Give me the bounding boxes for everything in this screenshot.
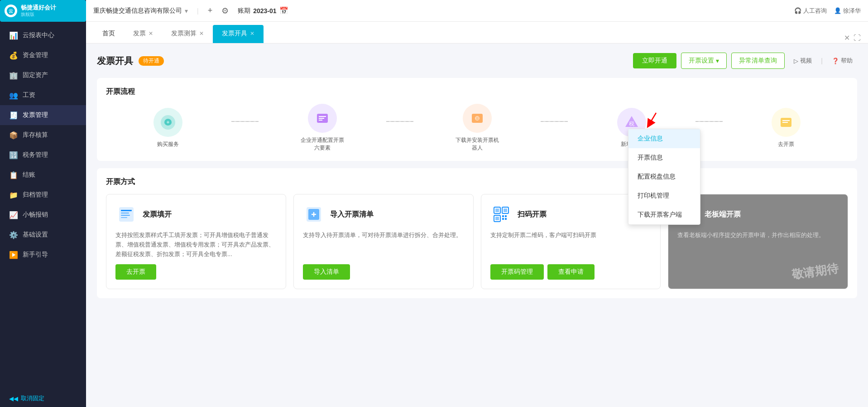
abnormal-btn[interactable]: 异常清单查询	[731, 53, 785, 69]
company-selector[interactable]: 重庆畅捷交通信息咨询有限公司 ▾	[93, 7, 188, 15]
method-cards: 发票填开 支持按照发票样式手工填开发票；可开具增值税电子普通发票、增值税普通发票…	[106, 194, 848, 289]
dropdown-item-2[interactable]: 配置税盘信息	[628, 167, 700, 186]
dropdown-menu[interactable]: 企业信息 开票信息 配置税盘信息 打印机管理 下载开票客户端	[628, 129, 700, 225]
video-label: 视频	[800, 57, 812, 65]
building-icon: 🏢	[9, 71, 18, 80]
sidebar-item-kucun[interactable]: 📦 库存核算	[0, 125, 86, 145]
connector-3	[539, 121, 570, 122]
content-area: 首页 发票 ✕ 发票测算 ✕ 发票开具 ✕ ✕ ⛶	[86, 22, 868, 407]
tab-fapiaocesuan-label: 发票测算	[171, 29, 197, 38]
user-name: 徐泽华	[843, 7, 861, 15]
activate-btn[interactable]: 立即开通	[633, 53, 676, 68]
method-title-2: 扫码开票	[518, 210, 547, 219]
method-title-0: 发票填开	[143, 210, 172, 219]
header-actions: 立即开通 开票设置 ▾ 异常清单查询 ▷ 视频 | ❓	[633, 53, 857, 69]
report-icon: 📈	[9, 210, 18, 219]
step-3-icon: ≡	[463, 104, 492, 133]
page-header: 发票开具 待开通 立即开通 开票设置 ▾ 异常清单查询 ▷ 视频	[97, 53, 857, 69]
sidebar-item-shuiwu[interactable]: 🔢 税务管理	[0, 145, 86, 165]
tab-fapiaokaju[interactable]: 发票开具 ✕	[213, 25, 264, 43]
method-btn-1[interactable]: 导入清单	[303, 264, 350, 280]
user-btn[interactable]: 👤 徐泽华	[834, 7, 861, 15]
help-circle-icon: ❓	[832, 58, 839, 64]
tab-fapiao-label: 发票	[133, 29, 146, 38]
sidebar-label-9: 小畅报销	[23, 211, 48, 219]
sidebar-item-jichushezhi[interactable]: ⚙️ 基础设置	[0, 225, 86, 245]
method-header-3: 老板端开票	[677, 204, 839, 225]
archive-icon: 📁	[9, 190, 18, 199]
step-2-label: 企业开通配置开票六要素	[300, 136, 345, 152]
sidebar-item-xinshou[interactable]: ▶️ 新手引导	[0, 245, 86, 265]
sidebar-item-gudingzichan[interactable]: 🏢 固定资产	[0, 65, 86, 85]
dropdown-item-1[interactable]: 开票信息	[628, 148, 700, 167]
svg-rect-30	[505, 215, 507, 217]
sidebar-item-guidang[interactable]: 📁 归档管理	[0, 185, 86, 205]
tab-fapiaocesuan[interactable]: 发票测算 ✕	[162, 25, 213, 43]
pin-icon: ◀◀	[9, 395, 18, 402]
step-3: ≡ 下载并安装开票机器人	[415, 104, 539, 152]
tab-bar: 首页 发票 ✕ 发票测算 ✕ 发票开具 ✕ ✕ ⛶	[86, 22, 868, 44]
method-desc-1: 支持导入待开票清单，可对待开票清单进行拆分、合并处理。	[303, 231, 464, 259]
dropdown-item-4[interactable]: 下载开票客户端	[628, 205, 700, 224]
sidebar-item-gongzi[interactable]: 👥 工资	[0, 85, 86, 105]
method-icon-0	[115, 204, 137, 225]
svg-rect-27	[504, 208, 507, 212]
calendar-icon[interactable]: 📅	[279, 6, 288, 15]
dropdown-item-3[interactable]: 打印机管理	[628, 186, 700, 205]
ledger-icon: 📋	[9, 170, 18, 179]
method-desc-0: 支持按照发票样式手工填开发票；可开具增值税电子普通发票、增值税普通发票、增值税专…	[115, 231, 277, 259]
logo-title: 畅捷通好会计	[21, 4, 56, 11]
account-period: 账期 2023-01 📅	[238, 6, 288, 15]
step-1-icon: +	[153, 108, 182, 137]
status-badge: 待开通	[139, 56, 164, 66]
tab-fapiao[interactable]: 发票 ✕	[124, 25, 162, 43]
tab-home[interactable]: 首页	[93, 25, 124, 43]
tab-fapiaocesuan-close[interactable]: ✕	[199, 30, 204, 37]
settings-icon[interactable]: ⚙	[221, 6, 229, 16]
method-icon-1	[303, 204, 325, 225]
cancel-pin-btn[interactable]: ◀◀ 取消固定	[0, 390, 86, 407]
method-btn-2a[interactable]: 开票码管理	[490, 264, 544, 280]
customer-service-label: 人工咨询	[803, 7, 827, 15]
method-desc-2: 支持定制开票二维码，客户端可扫码开票	[490, 231, 652, 259]
sidebar-item-fapiao[interactable]: 🧾 发票管理	[0, 105, 86, 125]
close-tab-icon[interactable]: ✕	[844, 34, 850, 42]
help-btn[interactable]: ❓ 帮助	[827, 53, 857, 68]
logo-area[interactable]: 云 畅捷通好会计 旗舰版	[0, 0, 86, 22]
chevron-down-icon: ▾	[716, 57, 719, 64]
logo-text-area: 畅捷通好会计 旗舰版	[21, 4, 56, 18]
sidebar-label-10: 基础设置	[23, 231, 48, 239]
sidebar-item-zijin[interactable]: 💰 资金管理	[0, 45, 86, 65]
tab-fapiaokaju-close[interactable]: ✕	[250, 30, 254, 37]
sidebar-item-xiaochang[interactable]: 📈 小畅报销	[0, 205, 86, 225]
step-5-label: 去开票	[778, 141, 794, 148]
method-header-2: 扫码开票	[490, 204, 652, 225]
step-1: + 购买服务	[106, 108, 230, 148]
invoice-icon: 🧾	[9, 111, 18, 120]
method-btn-0[interactable]: 去开票	[115, 264, 156, 280]
step-2: 企业开通配置开票六要素	[260, 104, 384, 152]
expand-icon[interactable]: ⛶	[854, 34, 861, 42]
step-1-label: 购买服务	[157, 141, 179, 148]
flow-title: 开票流程	[106, 87, 848, 97]
tax-icon: 🔢	[9, 150, 18, 160]
help-label: 帮助	[841, 57, 853, 65]
money-icon: 💰	[9, 51, 18, 60]
method-btn-2b[interactable]: 查看申请	[547, 264, 595, 280]
dropdown-item-0[interactable]: 企业信息	[628, 129, 700, 148]
tab-home-label: 首页	[102, 29, 115, 38]
video-btn[interactable]: ▷ 视频	[789, 53, 816, 68]
method-btns-2: 开票码管理 查看申请	[490, 264, 652, 280]
tab-fapiao-close[interactable]: ✕	[149, 30, 153, 37]
sidebar-item-jiezhang[interactable]: 📋 结账	[0, 165, 86, 185]
chart-icon: 📊	[9, 31, 18, 40]
play-circle-icon: ▷	[794, 58, 798, 64]
connector-4	[694, 121, 724, 122]
customer-service-btn[interactable]: 🎧 人工咨询	[794, 7, 827, 15]
settings-btn[interactable]: 开票设置 ▾	[681, 53, 727, 69]
method-card-0: 发票填开 支持按照发票样式手工填开发票；可开具增值税电子普通发票、增值税普通发票…	[106, 194, 286, 289]
company-dropdown-icon: ▾	[185, 7, 188, 15]
sidebar-item-yunbaobiao[interactable]: 📊 云报表中心	[0, 25, 86, 45]
add-icon[interactable]: +	[208, 6, 213, 15]
step-3-label: 下载并安装开票机器人	[455, 136, 500, 152]
